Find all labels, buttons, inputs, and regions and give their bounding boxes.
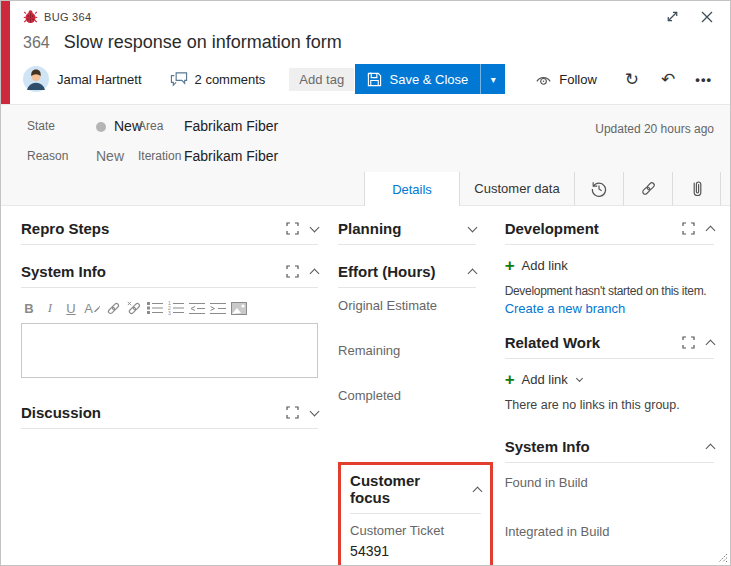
resize-grip[interactable] [715, 550, 728, 563]
comments-button[interactable]: 2 comments [170, 71, 266, 87]
save-close-label: Save & Close [390, 72, 469, 87]
tab-details[interactable]: Details [364, 172, 459, 206]
planning-collapse-chevron[interactable] [469, 224, 476, 234]
work-item-title-field[interactable]: Slow response on information form [64, 32, 342, 53]
customer-focus-highlight: Customer focus Customer Ticket 54391 [338, 462, 493, 566]
refresh-button[interactable]: ↻ [625, 71, 639, 88]
group-customer-focus: Customer focus Customer Ticket 54391 [350, 472, 481, 559]
numbered-list-button[interactable]: 123 [168, 301, 184, 315]
group-effort: Effort (Hours) Original Estimate Remaini… [338, 263, 476, 433]
work-item-header: BUG 364 364 Slow response on information… [1, 1, 730, 104]
save-icon [367, 72, 382, 87]
development-collapse-chevron[interactable] [707, 223, 714, 234]
work-item-state-band: State New Area Fabrikam Fiber Reason New… [1, 104, 730, 206]
system-info-right-collapse-chevron[interactable] [707, 441, 714, 452]
bulleted-list-button[interactable] [147, 301, 163, 315]
found-in-build-label: Found in Build [505, 475, 714, 490]
assigned-to-field[interactable]: Jamal Hartnett [23, 66, 142, 92]
iteration-label: Iteration [138, 149, 184, 163]
development-add-link-label: Add link [522, 258, 568, 273]
comments-icon [170, 71, 188, 87]
plus-icon: + [505, 371, 515, 388]
close-icon[interactable] [700, 10, 714, 24]
undo-button[interactable]: ↶ [661, 71, 675, 88]
last-updated-text: Updated 20 hours ago [595, 122, 714, 136]
customer-ticket-label: Customer Ticket [350, 523, 481, 538]
follow-button[interactable]: Follow [535, 72, 597, 87]
details-tab-content: Repro Steps System Info [1, 206, 730, 566]
group-development: Development + Add link Development hasn'… [505, 220, 714, 316]
save-close-split-button: Save & Close ▾ [355, 64, 506, 94]
outdent-button[interactable] [189, 302, 205, 315]
area-value[interactable]: Fabrikam Fiber [184, 118, 278, 134]
bug-icon [23, 9, 38, 24]
history-icon [590, 180, 608, 198]
format-painter-button[interactable]: A [84, 301, 100, 316]
repro-steps-collapse-chevron[interactable] [311, 224, 318, 234]
found-in-build-input[interactable] [505, 490, 714, 520]
development-add-link-button[interactable]: + Add link [505, 257, 714, 274]
group-discussion: Discussion [21, 404, 318, 429]
avatar [23, 66, 49, 92]
repro-steps-title: Repro Steps [21, 220, 274, 237]
development-fullscreen-icon[interactable] [682, 222, 695, 235]
more-options-button[interactable]: ••• [695, 73, 712, 86]
caret-down-icon: ▾ [491, 74, 496, 85]
follow-label: Follow [559, 72, 597, 87]
state-label: State [27, 119, 96, 133]
discussion-title: Discussion [21, 404, 274, 421]
save-close-button[interactable]: Save & Close [355, 64, 481, 94]
left-column: Repro Steps System Info [21, 220, 318, 566]
expand-dialog-icon[interactable] [665, 9, 680, 24]
tab-links[interactable] [623, 172, 672, 206]
create-branch-link[interactable]: Create a new branch [505, 301, 714, 316]
repro-steps-fullscreen-icon[interactable] [286, 222, 299, 235]
right-column: Development + Add link Development hasn'… [505, 220, 714, 566]
middle-column: Planning Effort (Hours) Original Estimat… [338, 220, 493, 566]
iteration-value[interactable]: Fabrikam Fiber [184, 148, 278, 164]
add-tag-button[interactable]: Add tag [289, 68, 354, 91]
group-related-work: Related Work + Add link There are no lin… [505, 334, 714, 412]
paperclip-icon [689, 180, 705, 197]
italic-button[interactable]: I [42, 300, 58, 316]
bold-button[interactable]: B [21, 301, 37, 316]
tab-strip: Details Customer data [364, 172, 721, 206]
tab-customer-data[interactable]: Customer data [459, 172, 574, 206]
integrated-in-build-label: Integrated in Build [505, 524, 714, 539]
related-work-add-link-button[interactable]: + Add link [505, 371, 714, 388]
insert-link-button[interactable] [105, 301, 121, 316]
work-item-id: 364 [23, 34, 50, 52]
insert-image-button[interactable] [231, 302, 247, 315]
save-options-dropdown[interactable]: ▾ [480, 64, 505, 94]
related-work-collapse-chevron[interactable] [707, 337, 714, 348]
integrated-in-build-input[interactable] [505, 539, 714, 566]
rich-text-toolbar: B I U A [21, 297, 318, 319]
system-info-collapse-chevron[interactable] [311, 266, 318, 277]
svg-text:3: 3 [168, 310, 171, 315]
tab-history[interactable] [574, 172, 623, 206]
completed-input[interactable] [338, 403, 476, 433]
related-work-title: Related Work [505, 334, 670, 351]
effort-collapse-chevron[interactable] [469, 266, 476, 277]
original-estimate-input[interactable] [338, 313, 476, 343]
system-info-fullscreen-icon[interactable] [286, 265, 299, 278]
state-value[interactable]: New [96, 118, 138, 134]
discussion-fullscreen-icon[interactable] [286, 406, 299, 419]
customer-focus-collapse-chevron[interactable] [474, 484, 481, 495]
discussion-collapse-chevron[interactable] [311, 408, 318, 418]
assignee-name: Jamal Hartnett [57, 72, 142, 87]
underline-button[interactable]: U [63, 301, 79, 316]
tab-attachments[interactable] [672, 172, 721, 206]
effort-title: Effort (Hours) [338, 263, 457, 280]
customer-ticket-value[interactable]: 54391 [350, 543, 481, 559]
state-dot-icon [96, 122, 106, 132]
remaining-input[interactable] [338, 358, 476, 388]
reason-value[interactable]: New [96, 148, 138, 164]
plus-icon: + [505, 257, 515, 274]
system-info-editor[interactable] [21, 323, 318, 378]
system-info-right-title: System Info [505, 438, 695, 455]
remove-link-button[interactable] [126, 301, 142, 316]
indent-button[interactable] [210, 302, 226, 315]
customer-focus-title: Customer focus [350, 472, 462, 506]
related-work-fullscreen-icon[interactable] [682, 336, 695, 349]
